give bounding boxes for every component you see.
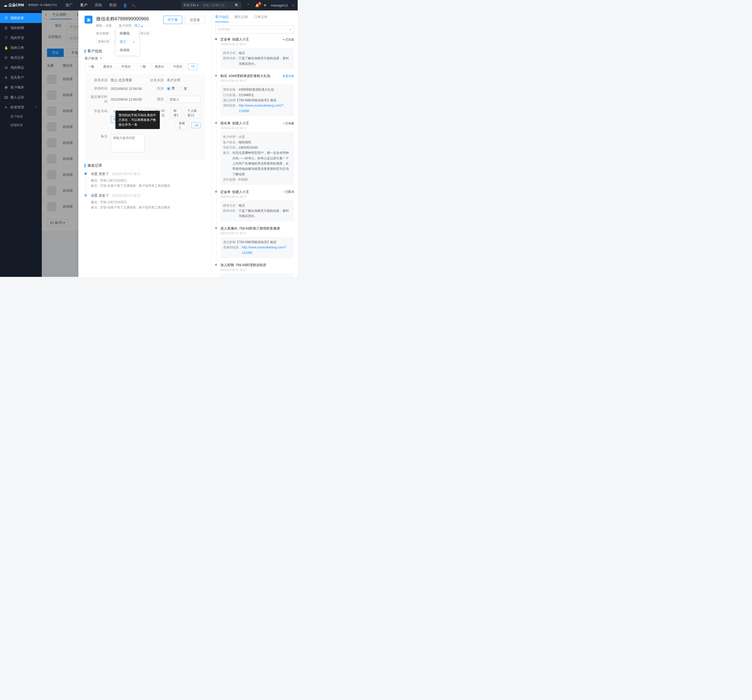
tag[interactable]: 中意向: [118, 64, 134, 70]
customer-tags: 一般 高意向 中意向 一般 高意向 中意向 +4: [85, 64, 205, 70]
header-actions: 代下单 交定金: [163, 16, 205, 24]
sidebar-item-7[interactable]: ⛃客户继承: [0, 82, 42, 92]
user-status-dot: [264, 4, 266, 6]
topnav-customer[interactable]: 客户: [80, 3, 87, 8]
sidebar-icon: ☰: [4, 26, 8, 30]
personal-tag[interactable]: 标签1: [176, 120, 189, 130]
sidebar-item-8[interactable]: ⌧删人记录: [0, 92, 42, 103]
status-badge: 已失败: [283, 121, 294, 125]
sidebar-item-0[interactable]: ⏱我的好友: [0, 13, 42, 23]
detail-right: 客户动态 聊天记录 订单记录 全部动态▾ 定金单创建人小王已完成2020/01/…: [211, 11, 298, 277]
dropdown-item[interactable]: 俱保咏: [116, 46, 139, 54]
personal-tag[interactable]: 标签1: [170, 107, 182, 118]
tab-activity[interactable]: 客户动态: [215, 15, 229, 22]
personal-tag-more[interactable]: +4: [191, 123, 201, 128]
search-type-select[interactable]: 手机号码▾: [181, 3, 201, 8]
deposit-button[interactable]: 交定金: [185, 16, 205, 24]
sidebar-item-9[interactable]: ✎标签管理⌃: [0, 103, 42, 112]
timeline-item: 加入群聊759-59班理财训练营2021/01/30 01:38:27入群方式：…: [215, 263, 294, 277]
sidebar-item-5[interactable]: ⛁我的商品: [0, 63, 42, 73]
tag[interactable]: 高意向: [100, 64, 116, 70]
logo-icon: ☁: [4, 3, 7, 7]
log-item: 小王 更新了2021/01/30 01:38:27微信：空值-136721828…: [85, 193, 205, 215]
wechat-input[interactable]: [167, 96, 201, 103]
bell-icon[interactable]: 🔔5: [255, 3, 259, 7]
sidebar-icon: ⏱: [4, 16, 8, 20]
chevron-down-icon: ▾: [290, 28, 291, 31]
right-tabs: 客户动态 聊天记录 订单记录: [215, 15, 294, 22]
manager-dropdown: 师馨薇 张三✓ 俱保咏: [116, 28, 139, 55]
chevron-up-icon: ▴: [141, 24, 143, 28]
detail-panel: ▣ 微信名称6789990000966 昵称：小王 | 客户经理：张三 ▴ | …: [78, 11, 298, 277]
view-detail-link[interactable]: 查看详情: [283, 74, 294, 78]
sidebar-icon: ⛃: [4, 86, 8, 90]
tab-orders[interactable]: 订单记录: [254, 15, 267, 22]
timeline-item: 购买4399理财课进阶课程大礼包查看详情2021/01/30 01:38:27课…: [215, 74, 294, 121]
sidebar-item-2[interactable]: ⛉我的学员: [0, 33, 42, 43]
tag-more[interactable]: +4: [188, 64, 197, 70]
edit-icon[interactable]: ✎: [100, 57, 103, 60]
activity-filter[interactable]: 全部动态▾: [215, 25, 294, 33]
logo-subtitle: 教育机构一站 式服务云平台: [26, 4, 57, 6]
log-item: 小王 更新了2021/01/30 01:38:27微信：空值-136721828…: [85, 172, 205, 193]
sidebar-icon: ✎: [4, 106, 8, 109]
info-grid: 获客来源线上-北京昱新 好友来源名片分享 添加时间2021/09/10 12:0…: [85, 74, 205, 160]
remark-textarea[interactable]: [111, 134, 144, 152]
phone-icon[interactable]: 📞: [132, 3, 136, 7]
top-search: 手机号码▾ 🔍: [181, 2, 242, 9]
detail-header: ▣ 微信名称6789990000966 昵称：小王 | 客户经理：张三 ▴ | …: [85, 16, 205, 44]
sidebar-sub-customer-tag[interactable]: 客户标签: [11, 112, 42, 121]
topnav: 推广 客户 质检 数据: [65, 3, 117, 8]
overlay-mask[interactable]: [42, 11, 78, 277]
top-icons: 👤 📞: [123, 3, 136, 7]
status-badge: 已取消: [283, 190, 294, 194]
search-icon[interactable]: 🔍: [232, 3, 242, 7]
user-name[interactable]: manager11: [271, 3, 288, 7]
sidebar-item-4[interactable]: ✆电话记录: [0, 53, 42, 63]
mobile-icon[interactable]: 📱: [246, 3, 250, 7]
status-badge: 已完成: [283, 37, 294, 42]
sidebar-item-1[interactable]: ☰我的群聊: [0, 23, 42, 33]
sidebar-item-6[interactable]: ↯流失客户: [0, 73, 42, 82]
section-change-log: 修改记录: [85, 163, 205, 168]
sidebar-sub: 客户标签 群聊标签: [0, 112, 42, 129]
sidebar-sub-group-tag[interactable]: 群聊标签: [11, 121, 42, 129]
tag[interactable]: 中意向: [170, 64, 186, 70]
dropdown-item[interactable]: 师馨薇: [116, 29, 139, 37]
manager-dropdown-trigger[interactable]: 张三 ▴: [134, 23, 143, 28]
bell-badge: 5: [258, 2, 262, 5]
check-icon: ✓: [132, 40, 135, 44]
phone-tooltip: 查询到此手机号码在系统中已存在，可以将两条客户数据合并为一条: [115, 111, 160, 129]
sidebar-icon: ↯: [4, 76, 8, 80]
personal-tag[interactable]: 个人标签12: [184, 107, 201, 118]
tag[interactable]: 一般: [85, 64, 98, 70]
sidebar-icon: ✋: [4, 46, 8, 50]
detail-title: 微信名称6789990000966: [96, 16, 160, 22]
sidebar-icon: ⛉: [4, 36, 8, 40]
search-input[interactable]: [201, 3, 232, 7]
timeline-item: 报名单创建人小王已失败2020/01/30 01:38:27客户经理：小王客户姓…: [215, 121, 294, 190]
topnav-promo[interactable]: 推广: [65, 3, 73, 8]
top-right: 📱 🔔5 manager11 ▾: [246, 3, 294, 7]
timeline-item: 进入直播间759-59班第三期理财直播课2021/01/30 01:38:27通…: [215, 226, 294, 263]
group-tag[interactable]: 群聊六群: [96, 39, 111, 44]
sidebar-icon: ⌧: [4, 96, 8, 100]
tag[interactable]: 高意向: [151, 64, 168, 70]
tab-chat[interactable]: 聊天记录: [235, 15, 248, 22]
tag[interactable]: 一般: [136, 64, 149, 70]
radio-female[interactable]: 女: [179, 86, 187, 91]
logo: ☁ 云朵CRM 教育机构一站 式服务云平台: [4, 3, 57, 8]
sidebar-item-3[interactable]: ✋我的订单: [0, 43, 42, 53]
radio-male[interactable]: 男: [167, 86, 175, 91]
contact-icon: ▣: [85, 16, 92, 23]
user-icon[interactable]: 👤: [123, 3, 127, 7]
dropdown-item[interactable]: 张三✓: [116, 37, 139, 46]
topnav-data[interactable]: 数据: [109, 3, 117, 8]
timeline-item: 定金单创建人小王已取消2020/01/30 01:38:27跟单方式：电话跟单内…: [215, 190, 294, 226]
tag-header: 客户标签 ✎: [85, 56, 205, 61]
topnav-qc[interactable]: 质检: [95, 3, 102, 8]
sidebar-icon: ⛁: [4, 66, 8, 70]
chevron-down-icon: ▾: [197, 3, 199, 7]
chevron-down-icon[interactable]: ▾: [293, 4, 294, 7]
proxy-order-button[interactable]: 代下单: [163, 16, 182, 24]
